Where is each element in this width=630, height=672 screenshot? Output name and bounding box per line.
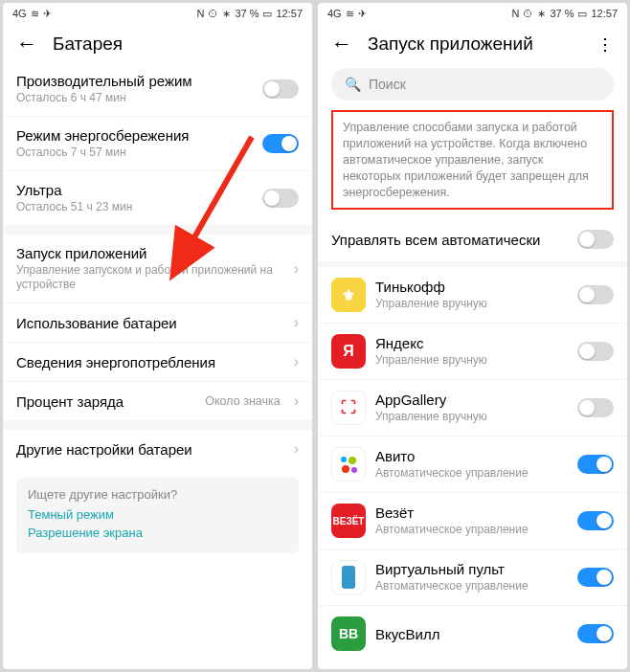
chevron-right-icon: ›	[294, 392, 299, 410]
search-input[interactable]: 🔍 Поиск	[331, 68, 614, 101]
label: Режим энергосбережения	[16, 127, 253, 144]
app-name: Авито	[375, 448, 568, 464]
label: Производительный режим	[16, 73, 253, 89]
toggle-app[interactable]	[577, 511, 614, 530]
phone-right: 4G ≋ ✈ N ⏲ ∗ 37 % ▭ 12:57 ← Запуск прило…	[318, 3, 627, 669]
toggle-ultra[interactable]	[262, 189, 299, 208]
svg-point-4	[351, 467, 357, 473]
app-name: Везёт	[375, 504, 568, 521]
app-sub: Управление вручную	[375, 353, 568, 368]
app-row-appgallery[interactable]: ⛶ AppGallery Управление вручную	[318, 380, 627, 437]
nfc-icon: N	[196, 8, 204, 19]
signal-icon: 4G	[12, 8, 27, 19]
telegram-icon: ✈	[358, 8, 367, 20]
chevron-right-icon: ›	[294, 440, 299, 458]
value: Около значка	[205, 394, 280, 408]
header: ← Запуск приложений ⋯	[318, 24, 627, 62]
app-icon: ВЕЗЁТ	[331, 504, 366, 538]
bluetooth-icon: ∗	[537, 8, 546, 20]
row-other-settings[interactable]: Другие настройки батареи ›	[3, 430, 312, 468]
page-title: Запуск приложений	[368, 34, 583, 55]
app-icon: ВВ	[331, 616, 366, 651]
toggle-performance[interactable]	[262, 79, 299, 99]
toggle-app[interactable]	[577, 285, 614, 304]
row-battery-percent[interactable]: Процент заряда Около значка ›	[3, 382, 312, 420]
label: Процент заряда	[16, 393, 195, 410]
alarm-icon: ⏲	[208, 8, 218, 19]
app-sub: Управление вручную	[375, 410, 568, 424]
row-manage-all[interactable]: Управлять всем автоматически	[318, 219, 627, 261]
toggle-manage-all[interactable]	[577, 230, 614, 249]
app-icon: Я	[331, 334, 366, 369]
app-name: Яндекс	[375, 335, 568, 351]
row-app-launch[interactable]: Запуск приложений Управление запуском и …	[3, 235, 312, 303]
app-icon: ⚜	[331, 278, 366, 312]
label: Запуск приложений	[16, 245, 284, 261]
app-sub: Автоматическое управление	[375, 523, 568, 537]
app-sub: Автоматическое управление	[375, 466, 568, 481]
clock: 12:57	[591, 8, 618, 19]
wifi-icon: ≋	[31, 8, 39, 20]
subtitle: Осталось 51 ч 23 мин	[16, 200, 253, 214]
chevron-right-icon: ›	[294, 353, 299, 370]
section-gap	[3, 225, 312, 235]
toggle-app[interactable]	[577, 398, 614, 417]
tip-link-screen-resolution[interactable]: Разрешение экрана	[28, 526, 287, 540]
app-name: Тинькофф	[375, 279, 568, 295]
menu-icon[interactable]: ⋯	[596, 36, 617, 52]
row-power-details[interactable]: Сведения энергопотребления ›	[3, 343, 312, 382]
app-row-tinkoff[interactable]: ⚜ Тинькофф Управление вручную	[318, 267, 627, 324]
chevron-right-icon: ›	[294, 314, 299, 331]
battery-pct: 37 %	[550, 8, 574, 19]
settings-list: Производительный режим Осталось 6 ч 47 м…	[3, 62, 312, 669]
tip-question: Ищете другие настройки?	[28, 487, 287, 502]
label: Использование батареи	[16, 315, 284, 331]
tip-box: Ищете другие настройки? Темный режим Раз…	[16, 478, 299, 553]
toggle-app[interactable]	[577, 624, 614, 643]
app-row-vkusvill[interactable]: ВВ ВкусВилл	[318, 606, 627, 661]
alarm-icon: ⏲	[523, 8, 533, 19]
phone-left: 4G ≋ ✈ N ⏲ ∗ 37 % ▭ 12:57 ← Батарея Прои…	[3, 3, 312, 669]
toggle-app[interactable]	[577, 568, 614, 587]
app-list: ⚜ Тинькофф Управление вручную Я Яндекс У…	[318, 267, 627, 669]
app-name: AppGallery	[375, 392, 568, 408]
section-gap	[3, 420, 312, 430]
wifi-icon: ≋	[346, 8, 354, 20]
chevron-right-icon: ›	[294, 260, 299, 278]
header: ← Батарея	[3, 24, 312, 62]
label: Другие настройки батареи	[16, 441, 284, 458]
row-performance-mode[interactable]: Производительный режим Осталось 6 ч 47 м…	[3, 62, 312, 117]
row-ultra[interactable]: Ультра Осталось 51 ч 23 мин	[3, 171, 312, 225]
app-row-virtual-remote[interactable]: Виртуальный пульт Автоматическое управле…	[318, 549, 627, 606]
subtitle: Управление запуском и работой приложений…	[16, 263, 284, 292]
label: Ультра	[16, 182, 253, 198]
app-sub: Автоматическое управление	[375, 579, 568, 594]
svg-point-2	[349, 457, 356, 464]
bluetooth-icon: ∗	[222, 8, 231, 20]
subtitle: Осталось 7 ч 57 мин	[16, 146, 253, 160]
app-icon: ⛶	[331, 391, 366, 425]
row-power-saving[interactable]: Режим энергосбережения Осталось 7 ч 57 м…	[3, 117, 312, 171]
app-icon	[331, 447, 366, 482]
app-sub: Управление вручную	[375, 297, 568, 311]
toggle-app[interactable]	[577, 342, 614, 361]
tip-link-dark-mode[interactable]: Темный режим	[28, 507, 287, 522]
toggle-power-saving[interactable]	[262, 134, 299, 153]
telegram-icon: ✈	[43, 8, 52, 20]
app-row-yandex[interactable]: Я Яндекс Управление вручную	[318, 324, 627, 380]
app-row-vezet[interactable]: ВЕЗЁТ Везёт Автоматическое управление	[318, 493, 627, 549]
statusbar: 4G ≋ ✈ N ⏲ ∗ 37 % ▭ 12:57	[3, 3, 312, 24]
app-row-avito[interactable]: Авито Автоматическое управление	[318, 437, 627, 493]
back-icon[interactable]: ←	[331, 34, 352, 55]
row-battery-usage[interactable]: Использование батареи ›	[3, 303, 312, 343]
back-icon[interactable]: ←	[16, 34, 37, 55]
clock: 12:57	[276, 8, 303, 19]
battery-icon: ▭	[262, 8, 272, 20]
search-icon: 🔍	[345, 77, 361, 92]
subtitle: Осталось 6 ч 47 мин	[16, 91, 253, 105]
nfc-icon: N	[511, 8, 519, 19]
signal-icon: 4G	[327, 8, 342, 19]
toggle-app[interactable]	[577, 455, 614, 474]
info-description: Управление способами запуска и работой п…	[331, 110, 614, 210]
svg-point-3	[342, 465, 349, 473]
